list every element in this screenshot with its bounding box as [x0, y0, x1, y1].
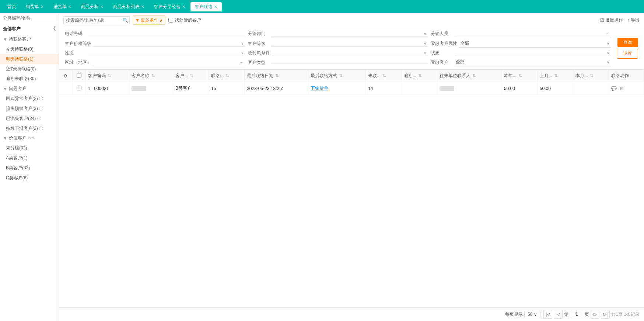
region-more-icon[interactable]: ···: [240, 60, 244, 65]
close-purchase-order-icon[interactable]: ✕: [68, 4, 71, 9]
rc-chevron-icon: ∨: [607, 60, 609, 64]
nav-customer-contact[interactable]: 客户联络 ✕: [190, 2, 222, 11]
close-product-analysis-list-icon[interactable]: ✕: [141, 4, 144, 9]
col-name: 客户名称 ⇅: [129, 70, 173, 82]
sidebar-item-ungrouped[interactable]: 未分组(32): [0, 143, 59, 153]
sort-type-icon[interactable]: ⇅: [190, 73, 193, 78]
phone-label: 电话号码: [65, 31, 87, 37]
action-more-icon[interactable]: ⊞: [620, 86, 624, 91]
sort-name-icon[interactable]: ⇅: [151, 73, 155, 78]
sort-contact-icon[interactable]: ⇅: [225, 73, 229, 78]
sidebar-item-class-a[interactable]: A类客户(1): [0, 153, 59, 163]
retail-customer-select[interactable]: 全部 ∨: [454, 58, 611, 66]
cl-chevron-icon: ∨: [424, 41, 426, 45]
first-page-button[interactable]: |◁: [543, 310, 552, 319]
nav-product-analysis[interactable]: 商品分析 ✕: [77, 2, 108, 11]
nav-purchase-order[interactable]: 进货单 ✕: [49, 2, 76, 11]
sidebar-item-declining[interactable]: 持续下滑客户(2) ⓘ: [0, 124, 59, 134]
customer-level-select[interactable]: ∨: [272, 41, 428, 46]
action-chat-icon[interactable]: 💬: [611, 86, 617, 91]
sort-overdue-icon[interactable]: ⇅: [418, 73, 422, 78]
s-chevron-icon: ∨: [607, 51, 609, 55]
region-select[interactable]: ···: [93, 59, 245, 66]
col-setting[interactable]: ⚙: [59, 70, 72, 82]
sidebar-item-class-c[interactable]: C类客户(6): [0, 173, 59, 183]
sort-code-icon[interactable]: ⇅: [108, 73, 111, 78]
page-number-input[interactable]: [570, 311, 583, 318]
toolbar-right: ☑ 批量操作 ↑ 导出: [600, 17, 640, 23]
manager-select[interactable]: ···: [454, 30, 611, 37]
setting-button[interactable]: 设置: [617, 49, 638, 59]
search-icon[interactable]: 🔍: [123, 18, 128, 23]
export-button[interactable]: ↑ 导出: [627, 17, 640, 23]
prev-page-button[interactable]: ◁: [554, 310, 563, 319]
retail-attr-select[interactable]: 全部 ∨: [459, 39, 611, 48]
more-options-icon[interactable]: ···: [606, 31, 609, 36]
sidebar-item-today-contact[interactable]: 今天待联络(0): [0, 44, 59, 54]
nav-product-analysis-list[interactable]: 商品分析列表 ✕: [109, 2, 149, 11]
sort-method-icon[interactable]: ⇅: [339, 73, 343, 78]
row-not-contacted: 14: [366, 82, 402, 95]
sort-unit-icon[interactable]: ⇅: [472, 73, 476, 78]
sidebar-item-class-b[interactable]: B类客户(33): [0, 163, 59, 173]
row-last-month: 50.00: [537, 82, 573, 95]
all-customers-section[interactable]: 全部客户 《: [0, 23, 59, 34]
row-setting: [59, 82, 72, 95]
sort-date-icon[interactable]: ⇅: [275, 73, 279, 78]
payment-select[interactable]: ∨: [272, 50, 428, 56]
close-product-analysis-icon[interactable]: ✕: [100, 4, 104, 9]
per-page-dropdown[interactable]: 50 ∨: [524, 311, 540, 318]
next-page-button[interactable]: ▷: [591, 310, 599, 319]
search-input[interactable]: [66, 18, 121, 23]
sort-year-icon[interactable]: ⇅: [518, 73, 522, 78]
per-page-value: 50: [528, 312, 532, 317]
sort-tm-icon[interactable]: ⇅: [590, 73, 594, 78]
select-all-checkbox[interactable]: [77, 73, 81, 78]
row-check: [72, 82, 85, 95]
sidebar-item-churn-warning[interactable]: 流失预警客户(3) ⓘ: [0, 104, 59, 114]
phone-input[interactable]: [88, 30, 245, 37]
region-label: 区域（地区）: [65, 59, 91, 66]
customer-type-select[interactable]: [272, 62, 428, 63]
group-pending-contact[interactable]: ▼ 待联络客户: [0, 34, 59, 44]
sidebar-item-overdue-contact[interactable]: 逾期未联络(30): [0, 74, 59, 84]
customer-level-label: 客户等级: [248, 41, 270, 47]
close-sales-order-icon[interactable]: ✕: [41, 4, 44, 9]
customer-table: ⚙ 客户编码 ⇅ 客户名称 ⇅ 客户...: [59, 70, 644, 95]
group-problem-customers[interactable]: ▼ 问题客户: [0, 84, 59, 94]
sidebar-item-churned[interactable]: 已流失客户(24) ⓘ: [0, 114, 59, 124]
nav-customer-segmentation[interactable]: 客户分层经营 ✕: [150, 2, 190, 11]
row-checkbox[interactable]: [77, 86, 81, 90]
dept-select[interactable]: ∨: [272, 31, 428, 37]
sidebar-search-input[interactable]: [3, 15, 58, 21]
group-value-customers[interactable]: ▼ 价值客户 ↻ ✎: [0, 133, 59, 143]
gender-label: 性质: [65, 50, 87, 56]
customer-value-select[interactable]: ∨: [93, 41, 245, 46]
my-customer-checkbox[interactable]: [168, 18, 173, 23]
nav-home[interactable]: 首页: [3, 2, 21, 11]
payment-filter: 收付款条件 ∨: [248, 50, 428, 56]
sort-lm-icon[interactable]: ⇅: [554, 73, 558, 78]
sidebar-item-tomorrow-contact[interactable]: 明天待联络(1): [0, 54, 59, 64]
batch-operation-button[interactable]: ☑ 批量操作: [600, 17, 623, 23]
close-customer-segmentation-icon[interactable]: ✕: [182, 4, 185, 9]
more-filters-button[interactable]: ▼ 更多条件 ∧: [133, 15, 165, 25]
sort-nc-icon[interactable]: ⇅: [382, 73, 386, 78]
status-label: 状态: [431, 50, 453, 56]
sidebar-item-7days-contact[interactable]: 近7天待联络(0): [0, 64, 59, 74]
last-page-button[interactable]: ▷|: [601, 310, 610, 319]
status-select[interactable]: ∨: [454, 50, 611, 56]
row-name: [129, 82, 173, 95]
customer-type-label: 客户类型: [248, 59, 270, 66]
close-customer-contact-icon[interactable]: ✕: [214, 4, 217, 9]
col-action: 联络动作: [609, 70, 644, 82]
query-button[interactable]: 查询: [617, 38, 638, 47]
sidebar-item-abnormal-repurchase[interactable]: 回购异常客户(2) ⓘ: [0, 94, 59, 104]
payment-label: 收付款条件: [248, 50, 270, 56]
nav-sales-order[interactable]: 销货单 ✕: [21, 2, 48, 11]
row-last-contact-method: 下销货单: [308, 82, 365, 95]
gender-filter: 性质 ∨: [65, 50, 245, 56]
collapse-icon[interactable]: 《: [50, 25, 56, 32]
arrow-icon-2: ▼: [3, 86, 7, 92]
gender-select[interactable]: ∨: [88, 50, 245, 56]
